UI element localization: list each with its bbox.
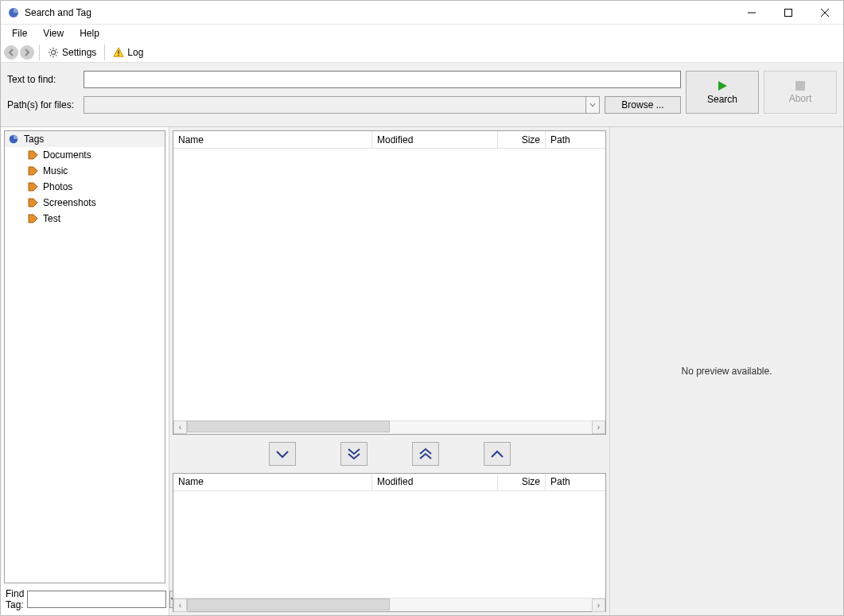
basket-body[interactable] (173, 491, 605, 598)
scroll-track[interactable] (187, 599, 592, 612)
tree-root-label: Tags (24, 134, 44, 145)
col-name[interactable]: Name (173, 474, 372, 490)
tag-tree[interactable]: Tags Documents Music Photos Screenshots … (4, 130, 165, 583)
double-chevron-down-icon (347, 447, 361, 460)
tag-icon (27, 213, 38, 224)
col-size[interactable]: Size (498, 474, 546, 490)
move-down-button[interactable] (269, 442, 296, 466)
svg-line-12 (56, 48, 56, 49)
search-form: Text to find: Search Abort Path(s) for f… (1, 63, 843, 127)
col-name[interactable]: Name (173, 131, 372, 148)
move-up-button[interactable] (484, 442, 511, 466)
tags-root-icon (8, 134, 19, 145)
tree-item-label: Photos (43, 181, 72, 192)
find-tag-input[interactable] (27, 591, 166, 608)
abort-button[interactable]: Abort (764, 71, 837, 114)
basket-list[interactable]: Name Modified Size Path ‹ › (173, 473, 606, 612)
tag-icon (27, 197, 38, 208)
titlebar: Search and Tag (1, 1, 843, 25)
svg-marker-17 (718, 81, 727, 91)
abort-button-label: Abort (789, 93, 812, 104)
col-modified[interactable]: Modified (372, 131, 498, 148)
tag-icon (27, 165, 38, 176)
svg-line-10 (50, 48, 51, 49)
play-icon (716, 79, 729, 92)
close-button[interactable] (807, 1, 843, 25)
move-all-up-button[interactable] (412, 442, 439, 466)
col-path[interactable]: Path (546, 474, 605, 490)
search-button[interactable]: Search (686, 71, 759, 114)
paths-dropdown-button[interactable] (585, 96, 600, 114)
basket-header: Name Modified Size Path (173, 474, 605, 491)
basket-hscroll[interactable]: ‹ › (173, 598, 605, 611)
log-button[interactable]: Log (110, 45, 146, 60)
col-path[interactable]: Path (546, 131, 605, 148)
col-size[interactable]: Size (498, 131, 546, 148)
nav-forward-button[interactable] (20, 45, 34, 60)
gear-icon (48, 47, 59, 58)
tree-item[interactable]: Screenshots (5, 195, 165, 211)
search-button-label: Search (707, 94, 737, 105)
main-area: Tags Documents Music Photos Screenshots … (1, 127, 843, 615)
menu-file[interactable]: File (4, 26, 35, 41)
results-list[interactable]: Name Modified Size Path ‹ › (173, 130, 606, 435)
warning-icon (113, 47, 124, 58)
tree-item-label: Screenshots (43, 197, 96, 208)
tag-icon (27, 149, 38, 161)
svg-point-16 (119, 54, 120, 56)
double-chevron-up-icon (418, 447, 433, 460)
col-modified[interactable]: Modified (372, 474, 498, 490)
paths-label: Path(s) for files: (7, 99, 79, 110)
text-to-find-input[interactable] (84, 71, 681, 88)
results-body[interactable] (173, 149, 605, 420)
svg-rect-18 (795, 81, 805, 91)
svg-rect-2 (785, 9, 792, 16)
toolbar-separator (39, 45, 40, 60)
preview-empty-text: No preview available. (681, 366, 772, 377)
svg-line-11 (56, 55, 56, 56)
maximize-button[interactable] (770, 1, 807, 25)
tree-item[interactable]: Test (5, 211, 165, 227)
settings-label: Settings (62, 47, 96, 58)
scroll-left-icon[interactable]: ‹ (173, 420, 187, 434)
scroll-right-icon[interactable]: › (592, 420, 605, 434)
results-hscroll[interactable]: ‹ › (173, 420, 605, 434)
menu-help[interactable]: Help (72, 26, 107, 41)
scroll-thumb[interactable] (187, 599, 390, 610)
chevron-down-icon (275, 448, 290, 459)
text-to-find-label: Text to find: (7, 74, 79, 85)
chevron-up-icon (490, 448, 504, 459)
move-button-row (173, 438, 606, 470)
nav-back-button[interactable] (4, 45, 18, 60)
center-column: Name Modified Size Path ‹ › (169, 127, 609, 615)
menu-view[interactable]: View (35, 26, 72, 41)
scroll-track[interactable] (187, 420, 592, 434)
tree-item-label: Test (43, 213, 60, 224)
minimize-button[interactable] (733, 1, 770, 25)
tree-item[interactable]: Photos (5, 179, 165, 195)
stop-icon (795, 80, 806, 91)
tree-root[interactable]: Tags (5, 131, 165, 147)
svg-point-5 (51, 50, 55, 54)
paths-combo[interactable] (84, 96, 600, 114)
browse-label: Browse ... (621, 99, 663, 110)
log-label: Log (127, 47, 143, 58)
scroll-left-icon[interactable]: ‹ (173, 599, 187, 612)
toolbar-separator (104, 45, 105, 60)
tree-item[interactable]: Documents (5, 147, 165, 163)
tree-item[interactable]: Music (5, 163, 165, 179)
tree-item-label: Music (43, 165, 68, 176)
scroll-thumb[interactable] (187, 420, 390, 432)
settings-button[interactable]: Settings (45, 45, 99, 60)
sidebar: Tags Documents Music Photos Screenshots … (1, 127, 169, 615)
paths-input[interactable] (84, 96, 585, 114)
move-all-down-button[interactable] (340, 442, 368, 466)
app-icon (7, 6, 20, 19)
scroll-right-icon[interactable]: › (592, 599, 605, 612)
tree-item-label: Documents (43, 149, 91, 161)
find-tag-label: Find Tag: (6, 588, 24, 610)
find-tag-row: Find Tag: (1, 585, 169, 615)
results-header: Name Modified Size Path (173, 131, 605, 149)
browse-button[interactable]: Browse ... (605, 96, 681, 114)
tag-icon (27, 181, 38, 192)
